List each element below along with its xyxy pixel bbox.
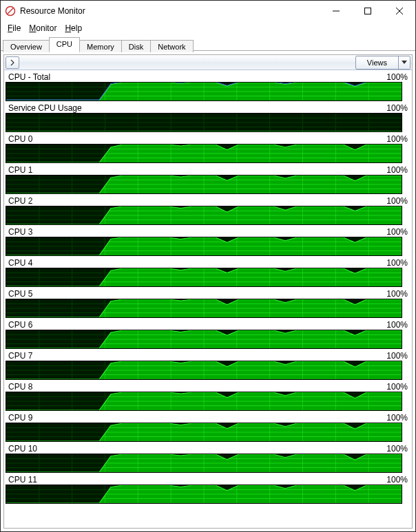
chart-block: CPU 3100% (6, 226, 412, 256)
chart-header: CPU 5100% (6, 288, 412, 299)
chart-canvas (6, 175, 402, 194)
chart-block: CPU 4100% (6, 257, 412, 287)
views-label: Views (356, 56, 399, 69)
chart-header: CPU 1100% (6, 164, 412, 175)
chart-canvas (6, 206, 402, 225)
chart-block: CPU 2100% (6, 195, 412, 225)
chart-scale-label: 100% (386, 351, 408, 361)
chart-name: CPU 3 (8, 227, 32, 237)
chart-canvas (6, 423, 402, 442)
chart-header: CPU 4100% (6, 257, 412, 268)
chart-canvas (6, 485, 402, 504)
chart-header: CPU 7100% (6, 350, 412, 361)
chevron-right-icon (10, 59, 15, 66)
chart-block: CPU 1100% (6, 164, 412, 194)
chart-name: CPU 0 (8, 134, 32, 144)
chart-header: CPU 9100% (6, 412, 412, 423)
chart-canvas (6, 392, 402, 411)
tab-overview[interactable]: Overview (3, 40, 50, 52)
chart-canvas (6, 330, 402, 349)
chart-scale-label: 100% (386, 413, 408, 423)
expand-right-button[interactable] (6, 56, 19, 69)
minimize-button[interactable] (320, 1, 352, 21)
titlebar[interactable]: Resource Monitor (1, 1, 415, 21)
chart-scale-label: 100% (386, 320, 408, 330)
chart-header: CPU 0100% (6, 134, 412, 144)
chart-block: CPU 10100% (6, 443, 412, 473)
chart-name: CPU 4 (8, 258, 32, 268)
menubar: FileMonitorHelp (1, 21, 415, 35)
chart-name: CPU 8 (8, 382, 32, 392)
chart-block: CPU 7100% (6, 350, 412, 380)
chart-canvas (6, 144, 402, 163)
chart-scale-label: 100% (386, 72, 408, 82)
chart-block: CPU - Total100% (6, 72, 412, 101)
chart-name: CPU 7 (8, 351, 32, 361)
window-buttons (320, 1, 415, 21)
chart-header: CPU - Total100% (6, 72, 412, 82)
chart-scale-label: 100% (386, 258, 408, 268)
tab-network[interactable]: Network (150, 40, 193, 52)
chart-scale-label: 100% (386, 444, 408, 454)
views-dropdown-arrow[interactable] (399, 61, 410, 65)
chart-canvas (6, 237, 402, 256)
chart-name: CPU 9 (8, 413, 32, 423)
chart-scale-label: 100% (386, 475, 408, 485)
charts-viewport[interactable]: CPU - Total100%Service CPU Usage100%CPU … (4, 70, 412, 528)
chart-name: CPU 6 (8, 320, 32, 330)
chart-canvas (6, 113, 402, 132)
chart-canvas (6, 82, 402, 101)
chart-block: CPU 6100% (6, 319, 412, 349)
chart-name: CPU 2 (8, 196, 32, 206)
chart-name: Service CPU Usage (8, 103, 82, 113)
window-title: Resource Monitor (20, 6, 320, 16)
menu-item-help[interactable]: Help (61, 22, 86, 34)
maximize-button[interactable] (352, 1, 384, 21)
chart-canvas (6, 454, 402, 473)
chart-header: CPU 2100% (6, 195, 412, 206)
chart-name: CPU 11 (8, 475, 37, 485)
chart-block: CPU 11100% (6, 474, 412, 504)
chart-name: CPU 5 (8, 289, 32, 299)
chart-block: CPU 9100% (6, 412, 412, 442)
inner-panel: Views CPU - Total100%Service CPU Usage10… (3, 54, 413, 529)
chart-name: CPU 1 (8, 165, 32, 175)
views-button[interactable]: Views (355, 56, 410, 70)
menu-item-monitor[interactable]: Monitor (25, 22, 61, 34)
chart-header: CPU 6100% (6, 319, 412, 330)
tab-disk[interactable]: Disk (121, 40, 151, 52)
chart-header: Service CPU Usage100% (6, 103, 412, 113)
chart-block: CPU 5100% (6, 288, 412, 318)
tab-memory[interactable]: Memory (79, 40, 122, 52)
chevron-down-icon (402, 61, 407, 65)
chart-name: CPU 10 (8, 444, 37, 454)
chart-header: CPU 3100% (6, 226, 412, 237)
chart-header: CPU 8100% (6, 381, 412, 392)
chart-block: Service CPU Usage100% (6, 103, 412, 132)
chart-block: CPU 0100% (6, 134, 412, 163)
chart-scale-label: 100% (386, 289, 408, 299)
chart-canvas (6, 361, 402, 380)
app-icon (5, 6, 16, 17)
chart-scale-label: 100% (386, 227, 408, 237)
expand-toolbar: Views (4, 55, 412, 70)
chart-scale-label: 100% (386, 382, 408, 392)
tab-strip: OverviewCPUMemoryDiskNetwork (1, 36, 415, 51)
close-button[interactable] (384, 1, 415, 21)
chart-scale-label: 100% (386, 134, 408, 144)
chart-block: CPU 8100% (6, 381, 412, 411)
menu-item-file[interactable]: File (3, 22, 25, 34)
svg-rect-1 (365, 8, 371, 14)
chart-canvas (6, 268, 402, 287)
chart-header: CPU 10100% (6, 443, 412, 454)
tab-cpu[interactable]: CPU (49, 37, 80, 52)
chart-header: CPU 11100% (6, 474, 412, 485)
tab-content: Views CPU - Total100%Service CPU Usage10… (1, 51, 415, 531)
chart-canvas (6, 299, 402, 318)
resource-monitor-window: Resource Monitor FileMonitorHelp Overvie… (0, 0, 416, 532)
chart-scale-label: 100% (386, 103, 408, 113)
chart-name: CPU - Total (8, 72, 50, 82)
chart-scale-label: 100% (386, 196, 408, 206)
chart-scale-label: 100% (386, 165, 408, 175)
